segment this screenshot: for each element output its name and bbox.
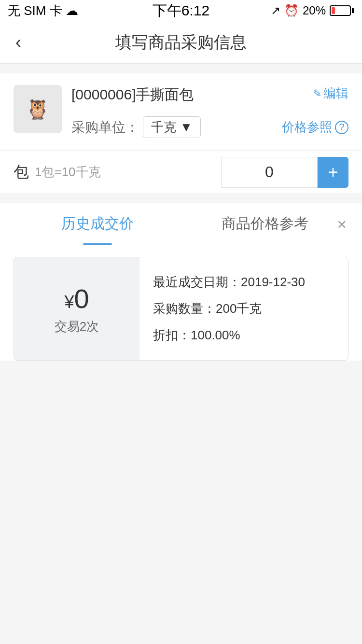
dropdown-chevron-icon: ▼ (180, 120, 193, 135)
price-reference-button[interactable]: 价格参照 ? (282, 119, 348, 136)
history-card: ¥0 交易2次 最近成交日期：2019-12-30 采购数量：200千克 折扣：… (14, 257, 348, 361)
product-header: [0000006]手撕面包 ✎ 编辑 (71, 85, 348, 105)
status-left: 无 SIM 卡 ☁ (8, 2, 78, 19)
quantity-unit-info: 包 1包=10千克 (14, 162, 101, 183)
unit-value: 千克 (151, 119, 176, 136)
product-info: [0000006]手撕面包 ✎ 编辑 采购单位： 千克 ▼ 价格参照 ? (71, 85, 348, 138)
status-time: 下午6:12 (153, 1, 209, 21)
trade-count: 交易2次 (55, 318, 99, 335)
question-icon: ? (335, 121, 348, 134)
price-ref-label: 价格参照 (282, 119, 332, 136)
alarm-icon: ⏰ (284, 4, 299, 17)
currency-symbol: ¥ (64, 292, 74, 312)
history-price-display: ¥0 (64, 283, 89, 314)
product-unit-row: 采购单位： 千克 ▼ 价格参照 ? (71, 116, 348, 138)
edit-button[interactable]: ✎ 编辑 (313, 85, 348, 102)
edit-icon: ✎ (313, 87, 321, 100)
tab-history-label: 历史成交价 (61, 214, 134, 234)
unit-label: 采购单位： (71, 118, 139, 137)
quantity-input[interactable]: 0 (221, 157, 318, 188)
product-image: 🦉 (14, 85, 62, 133)
unit-icon-label: 包 (14, 162, 29, 183)
unit-conversion: 1包=10千克 (35, 164, 101, 181)
page-title: 填写商品采购信息 (115, 31, 247, 54)
history-price-block: ¥0 交易2次 (14, 257, 139, 360)
quantity-row: 包 1包=10千克 0 + (0, 151, 362, 193)
tab-history-price[interactable]: 历史成交价 (14, 203, 181, 245)
tab-active-indicator (83, 243, 112, 245)
status-bar: 无 SIM 卡 ☁ 下午6:12 ↗ ⏰ 20% (0, 0, 362, 21)
purchase-qty-label: 采购数量： (153, 301, 216, 316)
product-name: [0000006]手撕面包 (71, 85, 194, 105)
quantity-controls: 0 + (221, 157, 348, 188)
product-logo-icon: 🦉 (26, 98, 50, 121)
tab-price-reference[interactable]: 商品价格参考 (181, 203, 348, 245)
tab-price-ref-label: 商品价格参考 (222, 214, 308, 234)
unit-select-dropdown[interactable]: 千克 ▼ (143, 116, 201, 138)
purchase-qty-row: 采购数量：200千克 (153, 299, 334, 318)
product-card: 🦉 [0000006]手撕面包 ✎ 编辑 采购单位： 千克 ▼ 价格参照 ? (0, 73, 362, 150)
tabs-section: 历史成交价 商品价格参考 × ¥0 交易2次 最近成交日期：2019-12-30… (0, 203, 362, 361)
recent-date-row: 最近成交日期：2019-12-30 (153, 273, 334, 292)
discount-label: 折扣： (153, 328, 191, 342)
bottom-space (0, 372, 362, 644)
back-button[interactable]: ‹ (12, 28, 25, 56)
battery-indicator (330, 5, 354, 16)
purchase-qty-value: 200千克 (216, 301, 262, 316)
sim-status: 无 SIM 卡 ☁ (8, 2, 78, 19)
nav-bar: ‹ 填写商品采购信息 (0, 21, 362, 64)
battery-percent: 20% (303, 4, 326, 17)
tabs-close-button[interactable]: × (333, 210, 350, 237)
price-value: 0 (74, 283, 89, 314)
discount-row: 折扣：100.00% (153, 326, 334, 345)
edit-label: 编辑 (323, 85, 348, 102)
discount-value: 100.00% (191, 328, 240, 342)
location-icon: ↗ (271, 4, 280, 17)
recent-date-label: 最近成交日期： (153, 275, 241, 289)
recent-date-value: 2019-12-30 (241, 275, 305, 289)
history-details: 最近成交日期：2019-12-30 采购数量：200千克 折扣：100.00% (139, 257, 348, 360)
status-right: ↗ ⏰ 20% (271, 4, 354, 17)
tabs-header: 历史成交价 商品价格参考 × (0, 203, 362, 245)
quantity-plus-button[interactable]: + (318, 157, 348, 188)
